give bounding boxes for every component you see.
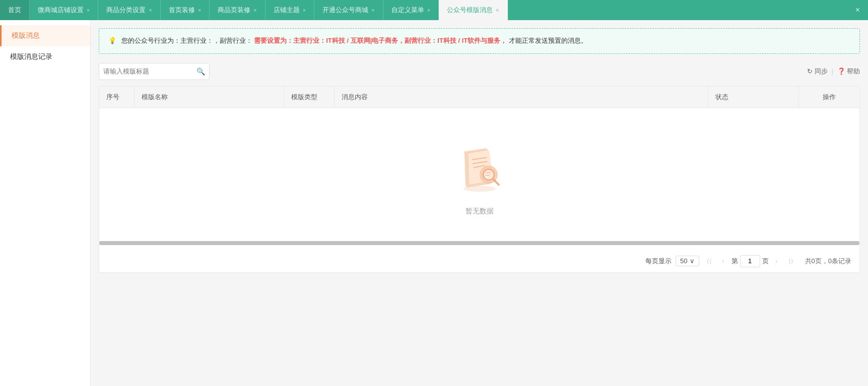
toolbar-divider: | <box>832 67 833 75</box>
tab-theme-label: 店铺主题 <box>274 6 300 15</box>
sync-label: 同步 <box>815 67 828 75</box>
notice-icon: 💡 <box>108 37 116 44</box>
search-icon[interactable]: 🔍 <box>196 67 205 75</box>
table-header: 序号 模版名称 模版类型 消息内容 状态 操作 <box>99 87 859 108</box>
search-input[interactable] <box>103 67 196 75</box>
tab-homepage-close[interactable]: × <box>198 7 201 13</box>
current-page-input[interactable] <box>740 255 760 267</box>
help-label: 帮助 <box>847 67 860 76</box>
th-status: 状态 <box>708 87 799 108</box>
top-nav: 首页 微商城店铺设置 × 商品分类设置 × 首页装修 × 商品页装修 × 店铺主… <box>0 0 868 20</box>
tab-weishop-label: 微商城店铺设置 <box>38 6 84 15</box>
tab-custommenu-close[interactable]: × <box>427 7 430 13</box>
next-page-button[interactable]: › <box>771 255 783 267</box>
tab-mall-label: 开通公众号商城 <box>322 6 368 15</box>
tab-productpage[interactable]: 商品页装修 × <box>210 0 265 20</box>
tab-category-label: 商品分类设置 <box>106 6 146 15</box>
page-nav: ⟨⟨ ‹ 第 页 › ⟩⟩ <box>703 255 797 267</box>
prev-page-button[interactable]: ‹ <box>717 255 729 267</box>
sidebar: 模版消息 模版消息记录 <box>0 20 91 386</box>
tab-category[interactable]: 商品分类设置 × <box>98 0 160 20</box>
tab-productpage-label: 商品页装修 <box>218 6 250 15</box>
tab-home[interactable]: 首页 <box>0 0 30 20</box>
tab-mall[interactable]: 开通公众号商城 × <box>314 0 383 20</box>
table-container: 序号 模版名称 模版类型 消息内容 状态 操作 <box>99 86 860 273</box>
pagination: 每页显示 50 ∨ ⟨⟨ ‹ 第 页 › ⟩⟩ 共0页，0条记录 <box>99 250 859 272</box>
empty-icon <box>449 138 510 199</box>
help-button[interactable]: ❓ 帮助 <box>837 67 860 76</box>
notice-box: 💡 您的公众号行业为：主营行业：，副营行业： 需要设置为：主营行业：IT科技 /… <box>99 28 860 54</box>
tab-homepage[interactable]: 首页装修 × <box>161 0 210 20</box>
last-page-button[interactable]: ⟩⟩ <box>785 255 797 267</box>
svg-line-7 <box>494 180 499 185</box>
main-layout: 模版消息 模版消息记录 💡 您的公众号行业为：主营行业：，副营行业： 需要设置为… <box>0 20 868 386</box>
sync-button[interactable]: ↻ 同步 <box>807 67 828 76</box>
scrollbar-thumb[interactable] <box>99 241 859 245</box>
horizontal-scrollbar[interactable] <box>99 241 859 245</box>
main-content: 💡 您的公众号行业为：主营行业：，副营行业： 需要设置为：主营行业：IT科技 /… <box>91 20 868 386</box>
tab-template[interactable]: 公众号模版消息 × <box>439 0 507 20</box>
tab-weishop-close[interactable]: × <box>87 7 90 13</box>
notice-text-before: 您的公众号行业为：主营行业：，副营行业： <box>121 37 252 44</box>
toolbar: 🔍 ↻ 同步 | ❓ 帮助 <box>99 63 860 80</box>
page-total: 共0页，0条记录 <box>805 257 851 266</box>
th-seq: 序号 <box>99 87 135 108</box>
help-icon: ❓ <box>837 67 845 75</box>
page-label: 第 <box>731 257 738 266</box>
th-content: 消息内容 <box>335 87 708 108</box>
sidebar-item-template-msg[interactable]: 模版消息 <box>0 25 90 46</box>
th-action: 操作 <box>799 87 859 108</box>
tab-homepage-label: 首页装修 <box>169 6 195 15</box>
tab-template-close[interactable]: × <box>496 7 499 13</box>
tab-theme-close[interactable]: × <box>303 7 306 13</box>
page-size-value: 50 <box>680 257 687 265</box>
notice-highlight: 需要设置为：主营行业：IT科技 / 互联网|电子商务，副营行业：IT科技 / I… <box>254 37 507 44</box>
page-size-label: 每页显示 <box>645 257 672 266</box>
empty-state: 暂无数据 <box>99 108 859 236</box>
tab-home-label: 首页 <box>8 6 21 15</box>
notice-text-after: 才能正常发送预置的消息。 <box>509 37 587 44</box>
tab-template-label: 公众号模版消息 <box>447 6 493 15</box>
th-type: 模版类型 <box>284 87 335 108</box>
tab-productpage-close[interactable]: × <box>253 7 256 13</box>
sidebar-item-template-records[interactable]: 模版消息记录 <box>0 46 90 67</box>
tab-category-close[interactable]: × <box>149 7 152 13</box>
tab-weishop[interactable]: 微商城店铺设置 × <box>30 0 98 20</box>
page-suffix: 页 <box>762 257 769 266</box>
sidebar-item-template-msg-label: 模版消息 <box>12 31 40 39</box>
th-name: 模版名称 <box>135 87 284 108</box>
tab-custommenu-label: 自定义菜单 <box>391 6 424 15</box>
close-all-button[interactable]: × <box>847 6 868 15</box>
first-page-button[interactable]: ⟨⟨ <box>703 255 715 267</box>
page-size-select[interactable]: 50 ∨ <box>676 256 699 266</box>
search-box[interactable]: 🔍 <box>99 63 210 80</box>
chevron-down-icon: ∨ <box>690 257 695 265</box>
tab-mall-close[interactable]: × <box>371 7 374 13</box>
sidebar-item-template-records-label: 模版消息记录 <box>10 52 52 60</box>
sync-icon: ↻ <box>807 67 813 75</box>
tab-custommenu[interactable]: 自定义菜单 × <box>383 0 439 20</box>
toolbar-right: ↻ 同步 | ❓ 帮助 <box>807 67 860 76</box>
tab-theme[interactable]: 店铺主题 × <box>265 0 314 20</box>
empty-text: 暂无数据 <box>465 207 494 216</box>
